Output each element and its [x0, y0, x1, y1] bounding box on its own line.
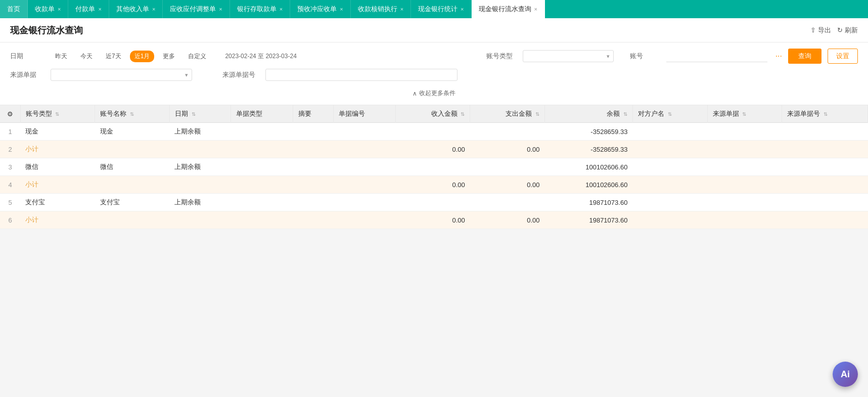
source-doc-select[interactable] [51, 69, 192, 81]
date-option-yesterday[interactable]: 昨天 [51, 51, 72, 62]
close-icon[interactable]: × [534, 6, 537, 12]
col-account-type[interactable]: 账号类型 ⇅ [20, 105, 95, 123]
top-nav: 首页 收款单 × 付款单 × 其他收入单 × 应收应付调整单 × 银行存取款单 … [0, 0, 868, 18]
date-options: 昨天 今天 近7天 近1月 更多 自定义 [51, 51, 211, 62]
header-actions: ⇧ 导出 ↻ 刷新 [810, 26, 858, 35]
close-icon[interactable]: × [280, 6, 283, 12]
cell-balance: -3528659.33 [544, 141, 632, 158]
date-option-today[interactable]: 今天 [76, 51, 97, 62]
account-input[interactable] [666, 51, 767, 62]
table-row[interactable]: 1现金现金上期余额-3528659.33 [0, 123, 868, 141]
cell-expense [470, 194, 545, 211]
cell-account-name: 现金 [95, 123, 170, 141]
cell-doc-no [333, 123, 395, 141]
source-doc-no-label: 来源单据号 [222, 70, 255, 79]
col-expense[interactable]: 支出金额 ⇅ [470, 105, 545, 123]
nav-item-bank-deposit[interactable]: 银行存取款单 × [230, 0, 290, 18]
col-source-doc[interactable]: 来源单据 ⇅ [707, 105, 782, 123]
query-button[interactable]: 查询 [788, 49, 821, 64]
sort-icon: ⇅ [55, 111, 59, 117]
close-icon[interactable]: × [58, 6, 61, 12]
col-income[interactable]: 收入金额 ⇅ [395, 105, 470, 123]
cell-income [395, 158, 470, 176]
filter-row-1: 日期 昨天 今天 近7天 近1月 更多 自定义 2023-02-24 至 202… [10, 49, 858, 64]
date-option-more[interactable]: 更多 [158, 51, 179, 62]
cell-counterpart [632, 194, 707, 211]
nav-item-receipt[interactable]: 收款单 × [28, 0, 68, 18]
row-number: 3 [0, 158, 20, 176]
collapse-up-icon: ∧ [413, 90, 417, 97]
cell-account-name [95, 211, 170, 229]
cell-source-doc-no [782, 141, 868, 158]
col-counterpart[interactable]: 对方户名 ⇅ [632, 105, 707, 123]
nav-item-payment[interactable]: 付款单 × [68, 0, 109, 18]
col-balance[interactable]: 余额 ⇅ [544, 105, 632, 123]
cell-summary [293, 176, 333, 194]
col-date[interactable]: 日期 ⇅ [169, 105, 231, 123]
gear-icon[interactable]: ⚙ [7, 110, 13, 118]
source-doc-no-input[interactable] [265, 69, 458, 81]
close-icon[interactable]: × [340, 6, 343, 12]
cell-doc-no [333, 176, 395, 194]
refresh-button[interactable]: ↻ 刷新 [837, 26, 858, 35]
export-icon: ⇧ [810, 26, 816, 34]
table-row[interactable]: 2小计0.000.00-3528659.33 [0, 141, 868, 158]
nav-item-collection[interactable]: 收款核销执行 × [351, 0, 411, 18]
col-summary-label: 摘要 [298, 110, 311, 117]
nav-item-cash-flow[interactable]: 现金银行流水查询 × [472, 0, 545, 18]
table-row[interactable]: 6小计0.000.0019871073.60 [0, 211, 868, 229]
col-income-label: 收入金额 [431, 110, 458, 117]
cell-balance: 100102606.60 [544, 176, 632, 194]
cell-expense: 0.00 [470, 211, 545, 229]
col-balance-label: 余额 [607, 110, 620, 117]
nav-item-adjustment[interactable]: 应收应付调整单 × [163, 0, 230, 18]
close-icon[interactable]: × [152, 6, 155, 12]
export-button[interactable]: ⇧ 导出 [810, 26, 831, 35]
table-row[interactable]: 5支付宝支付宝上期余额19871073.60 [0, 194, 868, 211]
nav-item-advance[interactable]: 预收冲应收单 × [290, 0, 350, 18]
date-option-1month[interactable]: 近1月 [130, 51, 155, 62]
col-date-label: 日期 [175, 110, 188, 117]
nav-item-other-income[interactable]: 其他收入单 × [109, 0, 163, 18]
col-counterpart-label: 对方户名 [638, 110, 664, 117]
cell-doc-type [231, 141, 293, 158]
close-icon[interactable]: × [400, 6, 403, 12]
close-icon[interactable]: × [98, 6, 101, 12]
cell-counterpart [632, 141, 707, 158]
close-icon[interactable]: × [219, 6, 222, 12]
col-account-name[interactable]: 账号名称 ⇅ [95, 105, 170, 123]
col-summary: 摘要 [293, 105, 333, 123]
date-option-custom[interactable]: 自定义 [184, 51, 211, 62]
nav-item-cash-stat[interactable]: 现金银行统计 × [411, 0, 471, 18]
cell-balance: -3528659.33 [544, 123, 632, 141]
collapse-bar[interactable]: ∧ 收起更多条件 [10, 86, 858, 99]
cell-account-name: 支付宝 [95, 194, 170, 211]
sort-icon: ⇅ [192, 111, 196, 117]
cell-account-type: 小计 [20, 211, 95, 229]
col-account-name-label: 账号名称 [100, 110, 126, 117]
table-header-row: ⚙ 账号类型 ⇅ 账号名称 ⇅ 日期 ⇅ 单据类型 摘要 [0, 105, 868, 123]
table-body: 1现金现金上期余额-3528659.332小计0.000.00-3528659.… [0, 123, 868, 229]
cell-summary [293, 194, 333, 211]
col-gear[interactable]: ⚙ [0, 105, 20, 123]
account-type-select[interactable] [523, 50, 614, 62]
dots-button[interactable]: ··· [775, 52, 782, 61]
close-icon[interactable]: × [461, 6, 464, 12]
cell-expense [470, 158, 545, 176]
cell-doc-type [231, 194, 293, 211]
cell-doc-type [231, 211, 293, 229]
date-option-7days[interactable]: 近7天 [101, 51, 126, 62]
cell-source-doc [707, 158, 782, 176]
cell-source-doc [707, 211, 782, 229]
table-row[interactable]: 3微信微信上期余额100102606.60 [0, 158, 868, 176]
cell-date [169, 176, 231, 194]
cell-summary [293, 158, 333, 176]
col-source-doc-no[interactable]: 来源单据号 ⇅ [782, 105, 868, 123]
nav-item-home[interactable]: 首页 [0, 0, 28, 18]
table-row[interactable]: 4小计0.000.00100102606.60 [0, 176, 868, 194]
cell-source-doc-no [782, 123, 868, 141]
row-number: 5 [0, 194, 20, 211]
cell-date [169, 211, 231, 229]
settings-button[interactable]: 设置 [828, 49, 858, 64]
cell-expense: 0.00 [470, 141, 545, 158]
